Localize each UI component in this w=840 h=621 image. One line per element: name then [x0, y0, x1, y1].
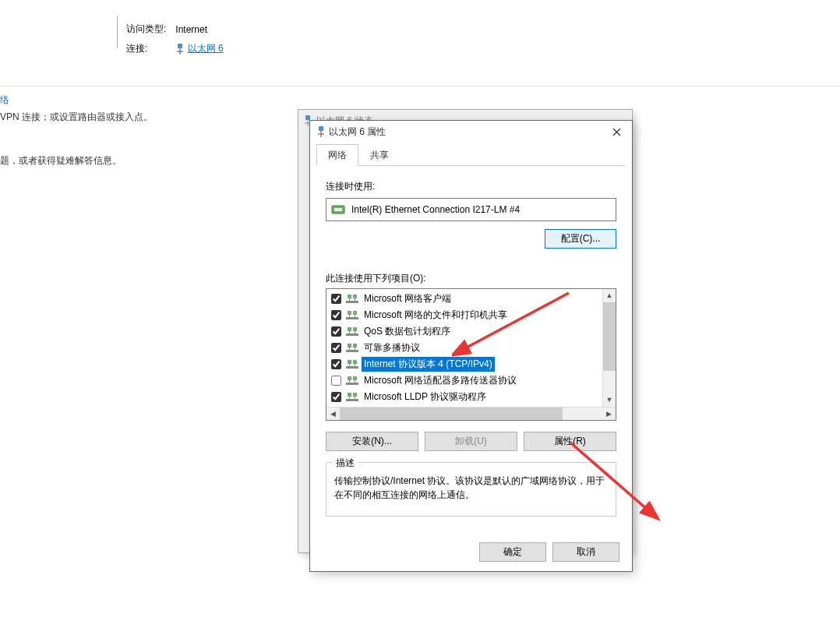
scroll-left-icon[interactable]: ◀ — [326, 410, 340, 418]
item-label: Internet 协议版本 6 (TCP/IPv6) — [362, 406, 495, 407]
bg-divider — [117, 16, 118, 48]
tabs: 网络 共享 — [316, 144, 626, 166]
item-label: Microsoft 网络适配器多路传送器协议 — [362, 373, 519, 388]
svg-rect-29 — [348, 344, 351, 348]
svg-rect-34 — [348, 360, 351, 364]
vertical-scrollbar[interactable]: ▲ ▼ — [602, 289, 616, 407]
bg-access-type-value: Internet — [175, 20, 231, 38]
item-checkbox[interactable] — [331, 294, 341, 304]
uninstall-button: 卸载(U) — [425, 432, 517, 451]
svg-rect-30 — [353, 344, 357, 348]
item-label: Microsoft 网络的文件和打印机共享 — [362, 308, 510, 323]
svg-rect-15 — [353, 295, 357, 298]
dialog-titlebar[interactable]: 以太网 6 属性 — [310, 121, 632, 143]
list-item[interactable]: Microsoft 网络适配器多路传送器协议 — [326, 372, 602, 389]
adapter-icon — [331, 203, 345, 216]
svg-rect-20 — [353, 311, 357, 315]
svg-rect-12 — [334, 208, 342, 211]
item-checkbox[interactable] — [331, 343, 341, 353]
bg-connection-info: 访问类型: Internet 连接: 以太网 6 — [125, 19, 233, 59]
list-item[interactable]: Internet 协议版本 6 (TCP/IPv6) — [326, 405, 602, 407]
scroll-down-icon[interactable]: ▼ — [603, 393, 616, 407]
item-checkbox[interactable] — [331, 392, 341, 402]
list-item[interactable]: Microsoft 网络的文件和打印机共享 — [326, 307, 602, 323]
list-item[interactable]: Microsoft 网络客户端 — [326, 291, 602, 307]
dialog-footer: 确定 取消 — [479, 542, 619, 562]
item-checkbox[interactable] — [331, 376, 341, 386]
svg-rect-19 — [348, 311, 351, 315]
list-item[interactable]: Internet 协议版本 4 (TCP/IPv4) — [326, 356, 602, 372]
bg-section-text-1: VPN 连接；或设置路由器或接入点。 — [0, 111, 153, 124]
items-list[interactable]: Microsoft 网络客户端Microsoft 网络的文件和打印机共享QoS … — [326, 289, 616, 407]
item-label: Internet 协议版本 4 (TCP/IPv4) — [362, 357, 495, 372]
bg-divider-line — [0, 86, 840, 86]
list-item[interactable]: QoS 数据包计划程序 — [326, 323, 602, 340]
svg-rect-25 — [353, 327, 357, 331]
svg-rect-13 — [346, 301, 358, 303]
ethernet-icon — [316, 126, 326, 137]
configure-button[interactable]: 配置(C)... — [545, 229, 616, 249]
item-label: QoS 数据包计划程序 — [362, 324, 453, 339]
connect-using-label: 连接时使用: — [326, 180, 616, 193]
network-component-icon — [346, 310, 358, 321]
svg-rect-39 — [348, 376, 351, 380]
svg-rect-40 — [353, 376, 357, 380]
adapter-box: Intel(R) Ethernet Connection I217-LM #4 — [326, 198, 616, 221]
item-label: Microsoft 网络客户端 — [362, 291, 454, 306]
tab-network[interactable]: 网络 — [316, 144, 358, 166]
horizontal-scrollbar[interactable]: ◀ ▶ — [326, 407, 616, 420]
dialog-title: 以太网 6 属性 — [326, 125, 601, 139]
svg-rect-33 — [346, 366, 358, 369]
tab-sharing[interactable]: 共享 — [358, 144, 401, 166]
bg-section-text-2: 题，或者获得疑难解答信息。 — [0, 154, 122, 168]
svg-rect-45 — [353, 393, 357, 397]
list-item[interactable]: 可靠多播协议 — [326, 340, 602, 356]
network-component-icon — [346, 326, 358, 337]
scroll-right-icon[interactable]: ▶ — [602, 410, 616, 418]
svg-rect-6 — [319, 126, 323, 131]
svg-rect-14 — [348, 295, 351, 298]
bg-connection-link[interactable]: 以太网 6 — [188, 43, 224, 54]
install-button[interactable]: 安装(N)... — [326, 432, 418, 451]
properties-button[interactable]: 属性(R) — [524, 432, 616, 451]
item-checkbox[interactable] — [331, 326, 341, 337]
bg-section-heading: 络 — [0, 94, 9, 107]
item-checkbox[interactable] — [331, 310, 341, 320]
network-component-icon — [346, 343, 358, 354]
svg-rect-38 — [346, 383, 358, 385]
network-component-icon — [346, 392, 358, 403]
adapter-name: Intel(R) Ethernet Connection I217-LM #4 — [351, 204, 520, 215]
close-icon — [612, 128, 621, 136]
list-item[interactable]: Microsoft LLDP 协议驱动程序 — [326, 389, 602, 405]
ethernet-icon — [175, 44, 185, 55]
svg-rect-35 — [353, 360, 357, 364]
items-box: Microsoft 网络客户端Microsoft 网络的文件和打印机共享QoS … — [326, 288, 616, 421]
network-component-icon — [346, 294, 358, 305]
item-checkbox[interactable] — [331, 359, 341, 369]
svg-rect-0 — [178, 44, 182, 48]
items-label: 此连接使用下列项目(O): — [326, 272, 616, 285]
bg-access-type-label: 访问类型: — [126, 20, 174, 38]
description-text: 传输控制协议/Internet 协议。该协议是默认的广域网络协议，用于在不同的相… — [334, 474, 608, 502]
svg-rect-23 — [346, 333, 358, 336]
network-component-icon — [346, 359, 358, 370]
item-label: 可靠多播协议 — [362, 340, 422, 355]
close-button[interactable] — [601, 121, 632, 143]
item-label: Microsoft LLDP 协议驱动程序 — [362, 390, 489, 404]
scroll-up-icon[interactable]: ▲ — [603, 289, 616, 302]
svg-rect-44 — [348, 393, 351, 397]
properties-dialog: 以太网 6 属性 网络 共享 连接时使用: Intel(R) Ethernet … — [309, 120, 633, 572]
svg-rect-28 — [346, 350, 358, 352]
description-legend: 描述 — [333, 457, 358, 470]
bg-connection-label: 连接: — [126, 40, 174, 58]
cancel-button[interactable]: 取消 — [552, 542, 619, 562]
ok-button[interactable]: 确定 — [479, 542, 546, 562]
svg-rect-18 — [346, 317, 358, 319]
svg-rect-43 — [346, 399, 358, 401]
network-component-icon — [346, 376, 358, 386]
svg-rect-24 — [348, 327, 351, 331]
description-group: 描述 传输控制协议/Internet 协议。该协议是默认的广域网络协议，用于在不… — [326, 462, 616, 517]
